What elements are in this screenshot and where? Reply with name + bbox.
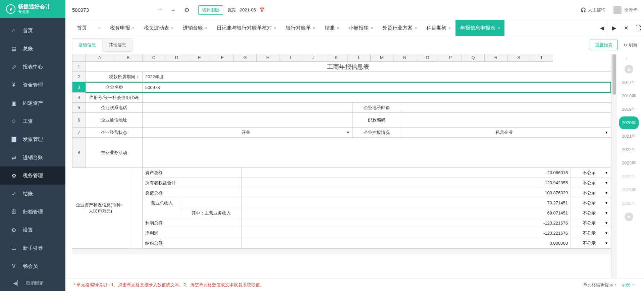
close-icon[interactable]: × [205, 26, 207, 31]
col-header-N[interactable]: N [393, 54, 416, 62]
year-2019年[interactable]: 2019年 [619, 103, 639, 116]
zip-input[interactable] [401, 113, 611, 128]
spreadsheet[interactable]: ABCDEFGHIJKLMNOPQRST 1工商年报信息表2税款所属期间：202… [72, 54, 611, 278]
sidebar-item-7[interactable]: ⇄进销台账 [0, 148, 65, 166]
tab-3[interactable]: 税负波动表× [139, 20, 178, 36]
tab-9[interactable]: 外贸行业方案× [378, 20, 422, 36]
row-header-2[interactable]: 2 [72, 72, 86, 82]
company-select[interactable]: 500973 ﹀ [72, 7, 166, 13]
fin-value-9[interactable]: -20.066016 [241, 168, 571, 178]
scrollbar-thumb[interactable] [612, 54, 616, 95]
col-header-I[interactable]: I [279, 54, 302, 62]
calendar-icon[interactable]: 📅 [259, 7, 265, 12]
row-header-4[interactable]: 4 [72, 93, 86, 103]
close-icon[interactable]: × [371, 26, 373, 31]
year-2023年[interactable]: 2023年 [619, 157, 639, 169]
col-header-R[interactable]: R [485, 54, 507, 62]
fin-gap-12[interactable] [181, 198, 241, 208]
add-icon[interactable]: ＋ [170, 6, 176, 14]
fin-public-15[interactable]: 不公示▼ [571, 228, 611, 238]
col-header-H[interactable]: H [257, 54, 279, 62]
col-header-A[interactable]: A [86, 54, 114, 62]
close-icon[interactable]: × [171, 26, 173, 31]
col-header-F[interactable]: F [211, 54, 234, 62]
sidebar-item-11[interactable]: ⚙设置 [0, 221, 65, 239]
row-header-5[interactable]: 5 [72, 103, 86, 113]
horizontal-scrollbar[interactable] [72, 248, 611, 254]
reg-no-input[interactable] [143, 93, 611, 103]
fin-value-14[interactable]: -123.221676 [241, 218, 571, 228]
year-2022年[interactable]: 2022年 [619, 143, 639, 156]
tab-6[interactable]: 银行对账单× [281, 20, 320, 36]
col-header-D[interactable]: D [165, 54, 188, 62]
example-link[interactable]: 示例 [622, 282, 630, 287]
fin-public-14[interactable]: 不公示▼ [571, 218, 611, 228]
col-header-C[interactable]: C [143, 54, 165, 62]
tab-8[interactable]: 小畅报销× [344, 20, 378, 36]
status-select[interactable]: 开业▼ [143, 128, 353, 138]
col-header-J[interactable]: J [302, 54, 325, 62]
tab-10[interactable]: 科目期初× [422, 20, 455, 36]
close-icon[interactable]: × [415, 26, 417, 31]
sidebar-item-10[interactable]: 🗄归档管理 [0, 203, 65, 221]
fin-value-15[interactable]: -123.221676 [241, 228, 571, 238]
row-header-8[interactable]: 8 [72, 138, 86, 168]
tab-0[interactable]: 首页 [72, 20, 92, 36]
col-header-M[interactable]: M [371, 54, 393, 62]
col-header-K[interactable]: K [325, 54, 348, 62]
tab-4[interactable]: 进销台账× [178, 20, 212, 36]
fin-value-10[interactable]: -120.942355 [241, 178, 571, 188]
row-header-1[interactable]: 1 [72, 62, 86, 72]
col-header-B[interactable]: B [114, 54, 143, 62]
sidebar-item-1[interactable]: ▤总账 [0, 40, 65, 58]
close-icon[interactable]: × [313, 26, 315, 31]
address-input[interactable] [143, 113, 353, 128]
cancel-pin[interactable]: ◀▏ 取消固定 [0, 275, 65, 291]
close-icon[interactable]: × [98, 26, 101, 31]
close-icon[interactable]: × [132, 26, 135, 31]
col-header-O[interactable]: O [416, 54, 439, 62]
tabs-prev[interactable]: ◀ [596, 20, 608, 36]
tab-7[interactable]: 结账× [320, 20, 344, 36]
year-down[interactable]: ▼ [625, 212, 633, 221]
fin-public-12[interactable]: 不公示▼ [571, 198, 611, 208]
fin-value-11[interactable]: 100.876339 [241, 188, 571, 198]
fin-value-16[interactable]: 0.000000 [241, 238, 571, 248]
sheet-corner[interactable] [72, 54, 86, 62]
year-2024年[interactable]: 2024年 [619, 170, 639, 183]
sidebar-item-4[interactable]: ▣固定资产 [0, 94, 65, 112]
refresh-button[interactable]: ↻ 刷新 [624, 42, 637, 48]
col-header-P[interactable]: P [439, 54, 462, 62]
col-header-Q[interactable]: Q [462, 54, 485, 62]
fin-public-16[interactable]: 不公示▼ [571, 238, 611, 248]
subtab-other[interactable]: 其他信息 [102, 38, 132, 52]
company-name-input[interactable]: 500973 [143, 82, 611, 93]
sidebar-item-6[interactable]: 🧾发票管理 [0, 130, 65, 148]
sidebar-item-12[interactable]: ▭新手引导 [0, 239, 65, 257]
row-header-7[interactable]: 7 [72, 128, 86, 138]
reset-report-button[interactable]: 重置报表 [590, 40, 618, 50]
year-2018年[interactable]: 2018年 [619, 90, 639, 102]
fin-public-11[interactable]: 不公示▼ [571, 188, 611, 198]
fin-value-12[interactable]: 70.271451 [241, 198, 571, 208]
support-link[interactable]: 🎧 人工咨询 [581, 7, 605, 13]
tabs-next[interactable]: ▶ [608, 20, 620, 36]
col-header-E[interactable]: E [188, 54, 211, 62]
fin-public-13[interactable]: 不公示▼ [571, 208, 611, 218]
close-icon[interactable]: × [337, 26, 339, 31]
col-header-T[interactable]: T [530, 54, 553, 62]
rail-chevron-left-icon[interactable]: ‹ [626, 56, 632, 61]
sidebar-item-3[interactable]: ¥资金管理 [0, 76, 65, 94]
sidebar-item-2[interactable]: ⬀报表中心 [0, 58, 65, 76]
phone-input[interactable] [143, 103, 353, 113]
year-up[interactable]: ▲ [625, 65, 633, 74]
fin-public-10[interactable]: 不公示▼ [571, 178, 611, 188]
tab-11[interactable]: 年报信息申报表× [455, 20, 504, 36]
sidebar-item-13[interactable]: V畅会员 [0, 257, 65, 275]
col-header-L[interactable]: L [348, 54, 371, 62]
user-menu[interactable]: 徐泽华 [613, 6, 637, 14]
sidebar-item-0[interactable]: ⌂首页 [0, 21, 65, 40]
sidebar-item-5[interactable]: ☺工资 [0, 112, 65, 130]
fin-value-13[interactable]: 69.071451 [241, 208, 571, 218]
fin-public-9[interactable]: 不公示▼ [571, 168, 611, 178]
